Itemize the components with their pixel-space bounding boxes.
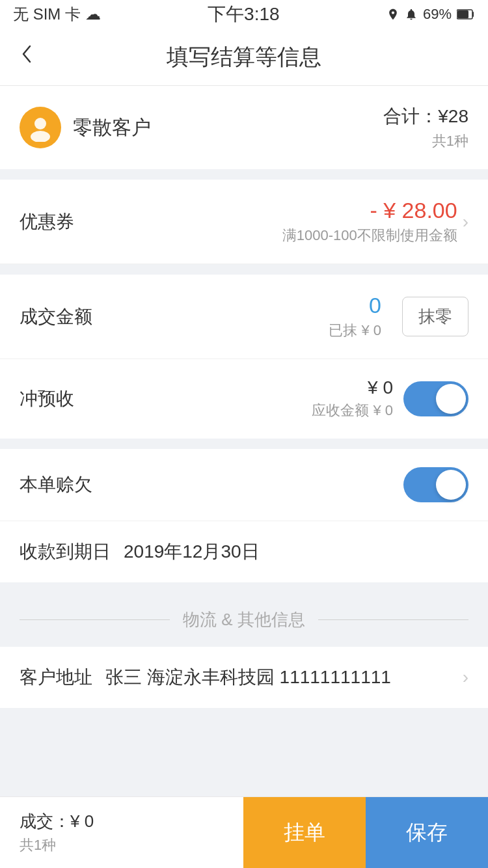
transaction-right: 0 已抹 ¥ 0 抹零 bbox=[329, 293, 468, 340]
address-chevron-icon: › bbox=[463, 667, 468, 688]
save-button[interactable]: 保存 bbox=[366, 797, 488, 868]
advance-amounts: ¥ 0 应收金额 ¥ 0 bbox=[312, 377, 393, 420]
logistics-separator: 物流 & 其他信息 bbox=[0, 593, 488, 647]
coupon-right: - ¥ 28.00 满1000-100不限制使用金额 bbox=[282, 198, 457, 245]
transaction-section: 成交金额 0 已抹 ¥ 0 抹零 冲预收 ¥ 0 应收金额 ¥ 0 bbox=[0, 275, 488, 439]
address-value: 张三 海淀永丰科技园 11111111111 bbox=[105, 665, 457, 690]
svg-point-3 bbox=[31, 131, 50, 142]
debt-section: 本单赊欠 收款到期日 2019年12月30日 bbox=[0, 449, 488, 582]
customer-name: 零散客户 bbox=[73, 115, 151, 141]
status-time: 下午3:18 bbox=[208, 2, 280, 27]
coupon-label: 优惠券 bbox=[20, 210, 74, 234]
debt-label: 本单赊欠 bbox=[20, 472, 92, 497]
customer-right: 合计：¥28 共1种 bbox=[383, 104, 468, 151]
due-date-row: 收款到期日 2019年12月30日 bbox=[0, 521, 488, 582]
debt-toggle[interactable] bbox=[403, 467, 468, 502]
bottom-info: 成交：¥ 0 共1种 bbox=[0, 797, 243, 868]
bottom-transaction-value: ¥ 0 bbox=[70, 811, 94, 831]
coupon-chevron-icon: › bbox=[463, 211, 468, 232]
sim-status: 无 SIM 卡 ☁ bbox=[13, 4, 101, 25]
status-right: 69% bbox=[386, 6, 475, 23]
content: 零散客户 合计：¥28 共1种 优惠券 - ¥ 28.00 满1000-100不… bbox=[0, 86, 488, 796]
alarm-icon bbox=[405, 8, 418, 21]
address-section: 客户地址 张三 海淀永丰科技园 11111111111 › bbox=[0, 647, 488, 708]
customer-count: 共1种 bbox=[383, 131, 468, 151]
customer-avatar bbox=[20, 107, 61, 148]
due-date-value: 2019年12月30日 bbox=[124, 539, 260, 564]
status-left: 无 SIM 卡 ☁ bbox=[13, 4, 101, 25]
coupon-section: 优惠券 - ¥ 28.00 满1000-100不限制使用金额 › bbox=[0, 180, 488, 264]
debt-row: 本单赊欠 bbox=[0, 449, 488, 521]
discount-desc: 满1000-100不限制使用金额 bbox=[282, 226, 457, 245]
address-label: 客户地址 bbox=[20, 665, 92, 690]
svg-point-2 bbox=[34, 118, 46, 129]
logistics-label: 物流 & 其他信息 bbox=[170, 608, 318, 631]
battery-icon bbox=[457, 9, 475, 20]
toggle-thumb bbox=[436, 384, 466, 414]
round-zero-button[interactable]: 抹零 bbox=[402, 297, 468, 336]
location-icon bbox=[386, 8, 400, 21]
bottom-transaction: 成交：¥ 0 bbox=[20, 810, 224, 833]
transaction-sub: 已抹 ¥ 0 bbox=[329, 321, 381, 340]
battery-percent: 69% bbox=[423, 6, 452, 23]
logistics-line-right bbox=[318, 619, 468, 620]
due-date-label: 收款到期日 bbox=[20, 539, 111, 564]
debt-toggle-thumb bbox=[436, 470, 466, 500]
page-title: 填写结算等信息 bbox=[167, 42, 321, 72]
transaction-label: 成交金额 bbox=[20, 305, 92, 329]
advance-toggle[interactable] bbox=[403, 381, 468, 416]
advance-receivable: 应收金额 ¥ 0 bbox=[312, 401, 393, 420]
customer-left: 零散客户 bbox=[20, 107, 151, 148]
discount-amount: - ¥ 28.00 bbox=[282, 198, 457, 223]
logistics-line-left bbox=[20, 619, 170, 620]
customer-total: 合计：¥28 bbox=[383, 104, 468, 129]
svg-rect-1 bbox=[457, 10, 468, 18]
nav-bar: 填写结算等信息 bbox=[0, 29, 488, 86]
customer-row: 零散客户 合计：¥28 共1种 bbox=[0, 86, 488, 169]
bottom-transaction-label: 成交： bbox=[20, 811, 70, 831]
transaction-value-wrap: 0 已抹 ¥ 0 bbox=[329, 293, 381, 340]
bottom-count: 共1种 bbox=[20, 835, 224, 855]
back-button[interactable] bbox=[18, 40, 36, 74]
advance-row: 冲预收 ¥ 0 应收金额 ¥ 0 bbox=[0, 359, 488, 439]
coupon-row[interactable]: 优惠券 - ¥ 28.00 满1000-100不限制使用金额 › bbox=[0, 180, 488, 264]
transaction-row: 成交金额 0 已抹 ¥ 0 抹零 bbox=[0, 275, 488, 359]
hang-button[interactable]: 挂单 bbox=[243, 797, 366, 868]
transaction-value[interactable]: 0 bbox=[329, 293, 381, 318]
advance-right: ¥ 0 应收金额 ¥ 0 bbox=[312, 377, 468, 420]
advance-amount: ¥ 0 bbox=[312, 377, 393, 398]
address-row[interactable]: 客户地址 张三 海淀永丰科技园 11111111111 › bbox=[0, 647, 488, 708]
status-bar: 无 SIM 卡 ☁ 下午3:18 69% bbox=[0, 0, 488, 29]
bottom-bar: 成交：¥ 0 共1种 挂单 保存 bbox=[0, 796, 488, 868]
advance-label: 冲预收 bbox=[20, 387, 74, 411]
